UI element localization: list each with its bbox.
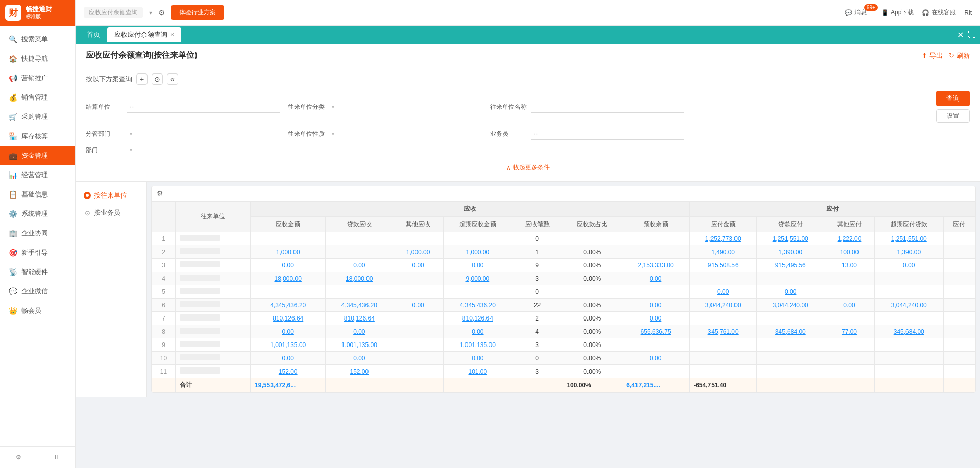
table-settings-icon[interactable]: ⚙ <box>157 189 163 198</box>
table-cell[interactable]: 0.00 <box>443 325 512 338</box>
table-cell[interactable]: 0.00 <box>326 259 393 272</box>
table-cell[interactable]: 1,000.00 <box>443 245 512 259</box>
table-cell[interactable]: 0.00 <box>251 352 326 365</box>
table-cell[interactable]: 1,001,135.00 <box>251 338 326 352</box>
table-cell[interactable]: 0.00 <box>824 299 875 312</box>
sidebar-item-quick-nav[interactable]: 🏠 快捷导航 <box>0 49 75 68</box>
sidebar-item-beginner[interactable]: 🎯 新手引导 <box>0 243 75 262</box>
table-cell[interactable]: 13.00 <box>824 259 875 272</box>
table-cell[interactable]: 0.00 <box>326 325 393 338</box>
sidebar-item-smart-hw[interactable]: 📡 智能硬件 <box>0 262 75 282</box>
filter-add-button[interactable]: + <box>136 73 148 85</box>
table-cell[interactable]: 345,684.00 <box>757 325 824 338</box>
table-cell[interactable]: 915,508.56 <box>690 259 757 272</box>
table-cell[interactable]: 1,252,773.00 <box>690 232 757 245</box>
online-service-btn[interactable]: 🎧 在线客服 <box>922 8 956 17</box>
table-cell[interactable]: 4,345,436.20 <box>326 299 393 312</box>
table-cell[interactable]: 152.00 <box>251 365 326 378</box>
table-cell[interactable]: 0.00 <box>393 259 444 272</box>
table-cell[interactable]: 0.00 <box>326 352 393 365</box>
sidebar-settings-btn[interactable]: ⚙ <box>13 451 24 464</box>
sidebar-item-inventory[interactable]: 🏪 库存核算 <box>0 127 75 146</box>
partner-nature-input[interactable]: ▾ <box>329 129 482 139</box>
window-expand-btn[interactable]: ⛶ <box>968 30 976 40</box>
refresh-button[interactable]: ↻ 刷新 <box>949 51 970 60</box>
sidebar-item-search-menu[interactable]: 🔍 搜索菜单 <box>0 30 75 49</box>
table-cell[interactable]: 18,000.00 <box>326 272 393 285</box>
table-cell[interactable]: 1,000.00 <box>251 245 326 259</box>
sidebar-item-enterprise[interactable]: 🏢 企业协同 <box>0 224 75 243</box>
footer-ar-total[interactable]: 19,553,472,6... <box>251 378 326 392</box>
table-cell[interactable]: 1,390.00 <box>757 245 824 259</box>
table-cell[interactable]: 915,495.56 <box>757 259 824 272</box>
dept-manager-input[interactable]: ▾ <box>127 129 280 139</box>
table-cell[interactable]: 0.00 <box>443 259 512 272</box>
table-cell[interactable]: 0.00 <box>622 272 690 285</box>
sidebar-item-purchase[interactable]: 🛒 采购管理 <box>0 107 75 127</box>
table-cell[interactable]: 1,251,551.00 <box>874 232 943 245</box>
table-cell[interactable]: 1,390.00 <box>874 245 943 259</box>
salesperson-input[interactable]: ··· <box>531 128 684 140</box>
table-cell[interactable]: 3,044,240.00 <box>757 299 824 312</box>
settings-button[interactable]: 设置 <box>936 109 970 123</box>
table-cell[interactable]: 810,126.64 <box>443 312 512 325</box>
table-cell[interactable]: 1,222.00 <box>824 232 875 245</box>
table-cell[interactable]: 77.00 <box>824 325 875 338</box>
table-cell[interactable]: 1,001,135.00 <box>443 338 512 352</box>
sidebar-item-wechat[interactable]: 💬 企业微信 <box>0 282 75 301</box>
sidebar-collapse-btn[interactable]: ⏸ <box>50 451 62 464</box>
sidebar-item-marketing[interactable]: 📢 营销推广 <box>0 68 75 88</box>
sidebar-item-operation[interactable]: 📊 经营管理 <box>0 165 75 185</box>
table-cell[interactable]: 0.00 <box>622 299 690 312</box>
table-cell[interactable]: 0.00 <box>757 285 824 299</box>
table-cell[interactable]: 0.00 <box>393 299 444 312</box>
sidebar-item-sales[interactable]: 💰 销售管理 <box>0 88 75 107</box>
table-cell[interactable]: 4,345,436.20 <box>443 299 512 312</box>
table-cell[interactable]: 0.00 <box>874 259 943 272</box>
table-cell[interactable]: 152.00 <box>326 365 393 378</box>
topbar-gear-icon[interactable]: ⚙ <box>158 8 165 17</box>
sidebar-item-vip[interactable]: 👑 畅会员 <box>0 301 75 321</box>
table-cell[interactable]: 18,000.00 <box>251 272 326 285</box>
table-cell[interactable]: 2,153,333.00 <box>622 259 690 272</box>
tab-close-icon[interactable]: × <box>170 31 174 38</box>
table-cell[interactable]: 3,044,240.00 <box>874 299 943 312</box>
table-cell[interactable]: 1,001,135.00 <box>326 338 393 352</box>
table-cell[interactable]: 1,251,551.00 <box>757 232 824 245</box>
table-cell[interactable]: 4,345,436.20 <box>251 299 326 312</box>
tab-ar-ap-query[interactable]: 应收应付余额查询 × <box>107 27 181 42</box>
table-cell[interactable]: 0.00 <box>251 259 326 272</box>
table-cell[interactable]: 0.00 <box>251 325 326 338</box>
table-cell[interactable]: 345,684.00 <box>874 325 943 338</box>
table-cell[interactable]: 0.00 <box>622 352 690 365</box>
partner-name-input[interactable] <box>531 101 684 113</box>
partner-category-input[interactable]: ▾ <box>329 102 482 112</box>
table-cell[interactable]: 810,126.64 <box>326 312 393 325</box>
app-download-btn[interactable]: 📱 App下载 <box>881 8 914 17</box>
table-cell[interactable]: 0.00 <box>443 352 512 365</box>
footer-ar-prepaid[interactable]: 6,417,215.... <box>622 378 690 392</box>
sidebar-item-system[interactable]: ⚙️ 系统管理 <box>0 204 75 224</box>
window-close-btn[interactable]: ✕ <box>957 30 964 40</box>
filter-collapse-btn[interactable]: ∧ 收起更多条件 <box>86 160 970 175</box>
table-cell[interactable]: 810,126.64 <box>251 312 326 325</box>
panel-item-by-salesperson[interactable]: ⊙ 按业务员 <box>76 204 146 221</box>
table-cell[interactable]: 101.00 <box>443 365 512 378</box>
sidebar-item-capital[interactable]: 💼 资金管理 <box>0 146 75 165</box>
table-cell[interactable]: 3,044,240.00 <box>690 299 757 312</box>
table-cell[interactable]: 100.00 <box>824 245 875 259</box>
table-cell[interactable]: 1,490.00 <box>690 245 757 259</box>
table-cell[interactable]: 0.00 <box>622 312 690 325</box>
settlement-unit-input[interactable]: ··· <box>127 101 280 113</box>
table-cell[interactable]: 1,000.00 <box>393 245 444 259</box>
sidebar-item-basic-info[interactable]: 📋 基础信息 <box>0 185 75 204</box>
solution-button[interactable]: 体验行业方案 <box>171 5 224 20</box>
chevron-down-icon[interactable]: ▾ <box>149 9 152 16</box>
export-button[interactable]: ⬆ 导出 <box>922 51 943 60</box>
table-cell[interactable]: 345,761.00 <box>690 325 757 338</box>
department-input[interactable]: ▾ <box>127 145 280 155</box>
filter-target-button[interactable]: ⊙ <box>152 73 163 85</box>
messages-btn[interactable]: 💬 消息 99+ <box>845 8 873 17</box>
table-cell[interactable]: 655,636.75 <box>622 325 690 338</box>
query-button[interactable]: 查询 <box>936 91 970 106</box>
